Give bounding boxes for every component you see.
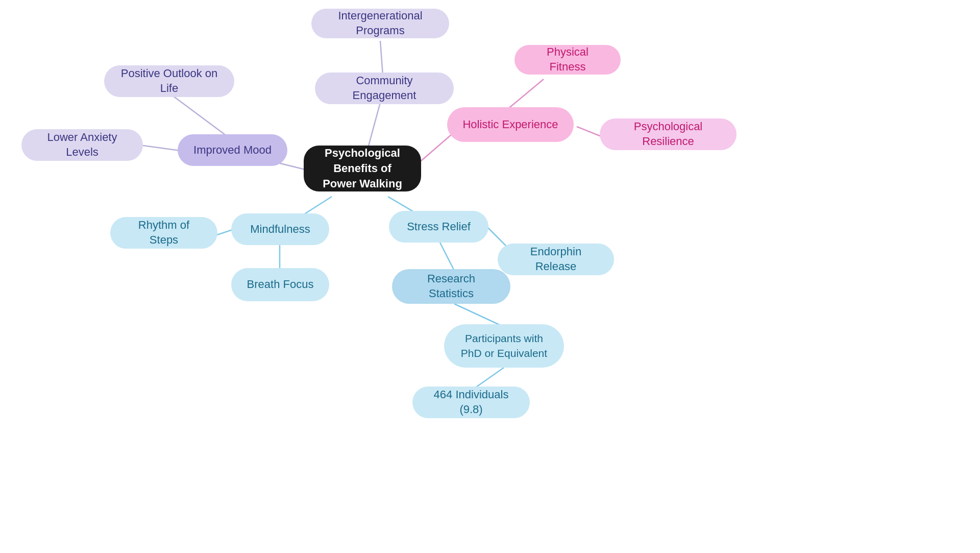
svg-line-14: [454, 304, 504, 327]
research-statistics-label: Research Statistics: [406, 272, 496, 301]
mindfulness-label: Mindfulness: [250, 222, 310, 237]
center-label: Psychological Benefits of Power Walking: [318, 146, 407, 191]
participants-phd-label: Participants with PhD or Equivalent: [458, 331, 550, 360]
stress-relief-label: Stress Relief: [407, 220, 471, 234]
endorphin-release-node: Endorphin Release: [498, 244, 614, 275]
intergenerational-node: Intergenerational Programs: [311, 9, 449, 38]
psychological-resilience-node: Psychological Resilience: [600, 118, 737, 150]
svg-line-15: [475, 368, 504, 388]
holistic-experience-node: Holistic Experience: [447, 107, 574, 142]
stress-relief-node: Stress Relief: [389, 211, 488, 243]
participants-phd-node: Participants with PhD or Equivalent: [444, 324, 564, 368]
intergenerational-label: Intergenerational Programs: [326, 9, 435, 38]
svg-line-13: [440, 243, 454, 271]
rhythm-steps-label: Rhythm of Steps: [125, 218, 203, 247]
holistic-label: Holistic Experience: [462, 117, 558, 132]
physical-fitness-label: Physical Fitness: [529, 45, 606, 74]
individuals-label: 464 Individuals (9.8): [427, 388, 516, 417]
lower-anxiety-node: Lower Anxiety Levels: [21, 129, 143, 161]
mindfulness-node: Mindfulness: [231, 213, 329, 245]
lower-anxiety-label: Lower Anxiety Levels: [36, 130, 129, 159]
svg-line-7: [577, 127, 602, 137]
improved-mood-node: Improved Mood: [178, 134, 287, 166]
community-label: Community Engagement: [329, 74, 439, 103]
physical-fitness-node: Physical Fitness: [514, 45, 621, 75]
individuals-node: 464 Individuals (9.8): [412, 387, 530, 418]
improved-mood-label: Improved Mood: [193, 143, 272, 158]
svg-line-9: [217, 230, 232, 235]
breath-focus-label: Breath Focus: [247, 277, 314, 292]
positive-outlook-label: Positive Outlook on Life: [118, 66, 220, 95]
psychological-resilience-label: Psychological Resilience: [614, 119, 722, 149]
positive-outlook-node: Positive Outlook on Life: [104, 65, 234, 97]
breath-focus-node: Breath Focus: [231, 268, 329, 301]
community-engagement-node: Community Engagement: [315, 73, 454, 104]
research-statistics-node: Research Statistics: [392, 269, 510, 304]
rhythm-steps-node: Rhythm of Steps: [110, 217, 217, 249]
center-node: Psychological Benefits of Power Walking: [304, 146, 421, 191]
endorphin-release-label: Endorphin Release: [512, 245, 600, 274]
